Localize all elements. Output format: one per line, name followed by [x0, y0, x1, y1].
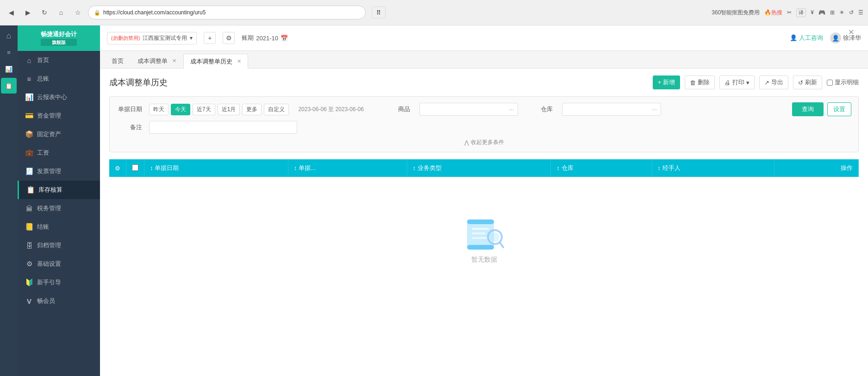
consult-link[interactable]: 👤 人工咨询 — [790, 34, 823, 42]
company-settings-button[interactable]: ⚙ — [223, 32, 235, 44]
query-button[interactable]: 查询 — [792, 102, 824, 116]
closing-icon: 📒 — [25, 223, 33, 231]
home-button[interactable]: ⌂ — [55, 6, 68, 19]
hot-search-tool[interactable]: 🔥热搜 — [764, 9, 782, 17]
sidebar-item-assets[interactable]: 📦 固定资产 — [18, 125, 100, 144]
th-date[interactable]: ↕ 单据日期 — [144, 159, 288, 177]
iconbar-ledger[interactable]: ≡ — [1, 44, 17, 60]
sidebar-item-settings[interactable]: ⚙ 基础设置 — [18, 255, 100, 273]
delete-button[interactable]: 🗑 删除 — [685, 75, 715, 89]
show-detail-checkbox-label[interactable]: 显示明细 — [827, 78, 859, 87]
select-all-checkbox[interactable] — [132, 164, 138, 171]
company-selector[interactable]: (勿删勿禁用) 江西服宝测试专用 ▾ — [107, 32, 197, 44]
date-btn-month1[interactable]: 近1月 — [218, 104, 240, 115]
th-actions-label: 操作 — [841, 164, 853, 171]
sidebar-item-funds[interactable]: 💳 资金管理 — [18, 107, 100, 125]
refresh-button[interactable]: ↻ — [38, 6, 51, 19]
close-all-tabs-button[interactable]: ✕ — [848, 28, 854, 37]
user-avatar-icon: 👤 — [830, 32, 841, 44]
sidebar-label-funds: 资金管理 — [37, 112, 61, 120]
date-btn-today[interactable]: 今天 — [171, 104, 190, 115]
address-bar[interactable]: 🔒 https://cloud.chanjet.com/accounting/u… — [88, 6, 366, 19]
star-button[interactable]: ☆ — [71, 6, 84, 19]
svg-line-8 — [500, 243, 503, 247]
back-button[interactable]: ◀ — [5, 6, 18, 19]
funds-icon: 💳 — [25, 112, 33, 120]
th-biz-type[interactable]: ↕ 业务类型 — [407, 159, 551, 177]
show-detail-checkbox[interactable] — [827, 80, 833, 86]
sidebar-item-home[interactable]: ⌂ 首页 — [18, 51, 100, 69]
tab-cost-adjust[interactable]: 成本调整单 ✕ — [131, 53, 183, 68]
refresh-button[interactable]: ↺ 刷新 — [793, 75, 822, 89]
goods-input[interactable] — [424, 103, 509, 115]
goods-input-container[interactable]: ··· — [419, 103, 518, 116]
th-number[interactable]: ↕ 单据... — [288, 159, 407, 177]
sidebar-item-invoice[interactable]: 🧾 发票管理 — [18, 162, 100, 181]
menu-tool[interactable]: ☰ — [858, 9, 863, 16]
sidebar-item-salary[interactable]: 💼 工资 — [18, 144, 100, 162]
smart-cutout-tool[interactable]: 360智能抠图免费用 — [712, 9, 760, 17]
sidebar-item-archive[interactable]: 🗄 归档管理 — [18, 236, 100, 255]
warehouse-input-container[interactable]: ··· — [562, 103, 661, 116]
svg-rect-3 — [472, 228, 489, 230]
date-btn-custom[interactable]: 自定义 — [264, 104, 289, 115]
new-button[interactable]: + 新增 — [653, 75, 680, 89]
translate-tool[interactable]: 译 — [796, 8, 806, 17]
wallet-tool[interactable]: ¥ — [811, 9, 814, 16]
tab-cost-adjust-history-close[interactable]: ✕ — [237, 58, 241, 64]
refresh-label: 刷新 — [805, 78, 817, 87]
tab-cost-adjust-close[interactable]: ✕ — [172, 58, 176, 64]
date-btn-yesterday[interactable]: 昨天 — [149, 104, 169, 115]
sidebar-item-closing[interactable]: 📒 结账 — [18, 218, 100, 236]
th-handler[interactable]: ↕ 经手人 — [652, 159, 774, 177]
print-dropdown-icon: ▾ — [746, 79, 749, 86]
undo-tool[interactable]: ↺ — [849, 9, 854, 16]
forward-button[interactable]: ▶ — [21, 6, 34, 19]
th-warehouse[interactable]: ↕ 仓库 — [551, 159, 652, 177]
empty-state: 暂无数据 — [109, 177, 859, 301]
company-warning: (勿删勿禁用) — [111, 35, 140, 42]
sidebar-item-inventory[interactable]: 📋 库存核算 — [18, 181, 100, 199]
sidebar-item-tax[interactable]: 🏛 税务管理 — [18, 199, 100, 218]
sidebar-item-ledger[interactable]: ≡ 总账 — [18, 69, 100, 88]
reports-icon: 📊 — [25, 93, 33, 101]
add-company-button[interactable]: + — [204, 32, 216, 44]
iconbar-inventory[interactable]: 📋 — [1, 78, 17, 94]
date-btn-more[interactable]: 更多 — [242, 104, 262, 115]
remark-input[interactable] — [149, 121, 297, 134]
game-tool[interactable]: 🎮 — [818, 9, 825, 16]
export-button[interactable]: ↗ 导出 — [759, 75, 788, 89]
print-button[interactable]: 🖨 打印 ▾ — [719, 75, 755, 89]
sidebar-label-tax: 税务管理 — [37, 204, 61, 213]
date-btn-week7[interactable]: 近7天 — [193, 104, 215, 115]
scissors-tool[interactable]: ✂ — [787, 9, 792, 16]
iconbar-home[interactable]: ⌂ — [1, 28, 17, 44]
sidebar-item-member[interactable]: V 畅会员 — [18, 292, 100, 310]
th-check[interactable] — [126, 159, 144, 177]
calendar-icon[interactable]: 📅 — [281, 35, 288, 42]
empty-svg — [463, 214, 505, 256]
filter-area: 单据日期 昨天 今天 近7天 近1月 更多 自定义 2023-06-06 至 2… — [109, 96, 859, 152]
gear-icon[interactable]: ⚙ — [115, 165, 120, 172]
th-gear[interactable]: ⚙ — [109, 159, 126, 177]
warehouse-input[interactable] — [566, 103, 651, 115]
warehouse-ellipsis[interactable]: ··· — [651, 106, 657, 113]
page-content: 成本调整单历史 + 新增 🗑 删除 🖨 打印 ▾ ↗ 导出 — [100, 69, 868, 376]
tab-home[interactable]: 首页 — [105, 53, 131, 68]
tab-cost-adjust-history[interactable]: 成本调整单历史 ✕ — [183, 54, 248, 69]
goods-ellipsis[interactable]: ··· — [509, 106, 514, 113]
sidebar-label-home: 首页 — [37, 56, 49, 64]
export-label: 导出 — [771, 78, 783, 87]
top-bar: (勿删勿禁用) 江西服宝测试专用 ▾ + ⚙ 账期 2021-10 📅 👤 人工… — [100, 25, 868, 51]
iconbar-reports[interactable]: 📊 — [1, 61, 17, 77]
sidebar-logo: 畅捷通好会计 旗舰版 — [18, 25, 100, 51]
extensions-button[interactable]: ⠿ — [372, 6, 386, 19]
grid-tool[interactable]: ⊞ — [830, 9, 835, 16]
export-icon: ↗ — [764, 79, 769, 86]
sidebar-item-guide[interactable]: 🔰 新手引导 — [18, 273, 100, 292]
filter-settings-button[interactable]: 设置 — [827, 102, 851, 116]
sidebar-item-reports[interactable]: 📊 云报表中心 — [18, 88, 100, 107]
collapse-button[interactable]: ⋀ 收起更多条件 — [117, 138, 851, 146]
browser-chrome: ◀ ▶ ↻ ⌂ ☆ 🔒 https://cloud.chanjet.com/ac… — [0, 0, 868, 25]
theme-tool[interactable]: ☀ — [839, 9, 844, 16]
